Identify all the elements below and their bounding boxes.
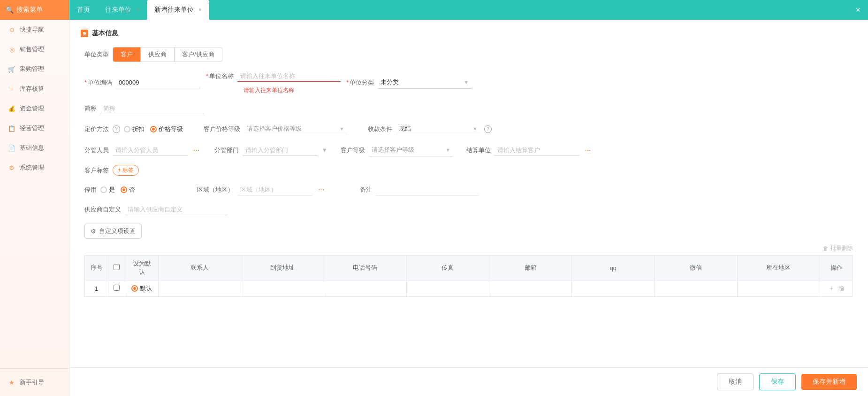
remark-label: 备注 [360, 186, 372, 194]
radio-discount[interactable]: 折扣 [124, 125, 145, 133]
settlement-more-btn[interactable]: ··· [583, 146, 593, 155]
sidebar: 🔍 搜索菜单 ⊙快捷导航◎销售管理🛒采购管理≡库存核算💰资金管理📋经营管理📄基础… [0, 0, 69, 396]
add-row-icon[interactable]: ＋ [828, 284, 835, 293]
col-checkbox [108, 256, 125, 280]
unit-category-select[interactable]: 未分类 ▼ [378, 76, 472, 89]
unit-name-input[interactable] [237, 70, 341, 82]
row-fax[interactable] [406, 280, 489, 297]
payment-terms-select[interactable]: 现结 ▼ [396, 123, 480, 135]
delete-row-icon[interactable]: 🗑 [838, 285, 845, 292]
customer-level-label: 客户等级 [341, 146, 365, 155]
row-qq[interactable] [572, 280, 655, 297]
address-input[interactable] [246, 285, 319, 292]
supplier-custom-input[interactable] [125, 204, 228, 215]
payment-terms-field: 收款条件 现结 ▼ ? [368, 123, 492, 135]
wechat-input[interactable] [660, 285, 732, 292]
qq-input[interactable] [577, 285, 649, 292]
remark-input[interactable] [376, 184, 479, 195]
search-icon: 🔍 [6, 6, 14, 14]
sidebar-item-sales[interactable]: ◎销售管理 [0, 39, 69, 59]
region-table-input[interactable] [742, 285, 815, 292]
radio-disable-yes[interactable]: 是 [100, 186, 115, 194]
operations-icon: 📋 [8, 124, 16, 132]
sidebar-item-label: 经营管理 [20, 124, 44, 132]
col-wechat: 微信 [655, 256, 737, 280]
phone-input[interactable] [329, 285, 402, 292]
sidebar-item-finance[interactable]: 💰资金管理 [0, 99, 69, 118]
remark-field: 备注 [360, 184, 479, 195]
section-title: 基本信息 [92, 29, 118, 38]
save-new-button[interactable]: 保存并新增 [801, 374, 857, 390]
batch-delete-button[interactable]: 🗑 批量删除 [823, 244, 853, 252]
unit-code-input[interactable] [116, 77, 200, 88]
sidebar-item-purchase[interactable]: 🛒采购管理 [0, 59, 69, 79]
table-toolbar: 🗑 批量删除 [84, 244, 853, 252]
sidebar-item-quick-nav[interactable]: ⊙快捷导航 [0, 20, 69, 39]
sidebar-item-operations[interactable]: 📋经营管理 [0, 118, 69, 138]
short-name-input[interactable] [100, 103, 204, 114]
type-btn-supplier[interactable]: 供应商 [141, 47, 175, 62]
tab-bar-close-button[interactable]: × [848, 5, 868, 15]
add-tag-button[interactable]: + 标签 [113, 165, 139, 176]
customer-level-select[interactable]: 请选择客户等级 ▼ [369, 144, 453, 156]
type-btn-customer[interactable]: 客户 [113, 47, 141, 62]
customer-level-field: 客户等级 请选择客户等级 ▼ [341, 144, 453, 156]
sidebar-item-label: 基础信息 [20, 144, 44, 152]
fax-input[interactable] [411, 285, 484, 292]
payment-help-icon[interactable]: ? [484, 125, 492, 133]
type-btn-both[interactable]: 客户/供应商 [175, 47, 222, 62]
sidebar-item-base-info[interactable]: 📄基础信息 [0, 138, 69, 158]
contact-table: 序号 设为默认 联系人 到货地址 电话号码 传真 邮箱 qq 微信 [84, 255, 853, 297]
tab-partners-close[interactable]: × [136, 7, 139, 13]
manager-input[interactable] [113, 145, 188, 156]
row-email[interactable] [489, 280, 572, 297]
customer-price-select[interactable]: 请选择客户价格等级 ▼ [244, 123, 347, 135]
cancel-button[interactable]: 取消 [717, 373, 754, 390]
manager-more-btn[interactable]: ··· [191, 146, 201, 155]
disable-radio-group: 是 否 [100, 186, 135, 194]
manager-label: 分管人员 [84, 146, 109, 155]
radio-disable-no[interactable]: 否 [121, 186, 135, 194]
settlement-unit-label: 结算单位 [466, 146, 491, 155]
tab-home[interactable]: 首页 [69, 0, 98, 20]
sidebar-item-inventory[interactable]: ≡库存核算 [0, 79, 69, 99]
tab-new-partner[interactable]: 新增往来单位 × [147, 0, 209, 20]
unit-type-label: 单位类型 [84, 50, 109, 59]
row-address[interactable] [241, 280, 324, 297]
region-input[interactable] [237, 184, 312, 195]
settlement-unit-input[interactable] [495, 145, 579, 156]
row-wechat[interactable] [655, 280, 737, 297]
radio-price-level[interactable]: 价格等级 [150, 125, 183, 133]
disable-row: 停用 是 否 区域（地区） ··· [84, 184, 853, 195]
save-button[interactable]: 保存 [759, 373, 796, 390]
supplier-custom-label: 供应商自定义 [84, 205, 121, 214]
sidebar-item-guide[interactable]: ★ 新手引导 [0, 373, 69, 392]
base-info-icon: 📄 [8, 144, 16, 152]
email-input[interactable] [494, 285, 567, 292]
chevron-down-icon: ▼ [464, 79, 469, 85]
row-checkbox[interactable] [114, 285, 120, 291]
manager-row: 分管人员 ··· 分管部门 ▼ 客户等级 请选择客户等级 ▼ [84, 144, 853, 156]
row-contact[interactable] [159, 280, 241, 297]
tab-new-partner-close[interactable]: × [198, 7, 202, 13]
department-input[interactable] [243, 145, 318, 156]
custom-settings-button[interactable]: ⚙ 自定义项设置 [84, 224, 142, 239]
sidebar-search[interactable]: 🔍 搜索菜单 [0, 0, 69, 20]
row-phone[interactable] [324, 280, 406, 297]
unit-name-error: 请输入往来单位名称 [244, 86, 294, 94]
sidebar-item-system[interactable]: ⚙系统管理 [0, 158, 69, 178]
chevron-down-icon2: ▼ [339, 126, 344, 132]
manager-field: 分管人员 ··· [84, 145, 201, 156]
select-all-checkbox[interactable] [114, 264, 120, 270]
table-row: 1 默认 [85, 280, 853, 297]
sidebar-item-label: 销售管理 [20, 45, 44, 54]
contact-input[interactable] [163, 285, 236, 292]
chevron-down-icon3: ▼ [472, 126, 478, 132]
tab-partners[interactable]: 往来单位 × [98, 0, 147, 20]
row-region[interactable] [737, 280, 820, 297]
row-default-radio[interactable]: 默认 [130, 284, 153, 293]
pricing-method-label: 定价方法 [84, 125, 109, 133]
pricing-help-icon[interactable]: ? [113, 125, 120, 133]
row-num: 1 [85, 280, 108, 297]
region-more-btn[interactable]: ··· [316, 186, 326, 194]
